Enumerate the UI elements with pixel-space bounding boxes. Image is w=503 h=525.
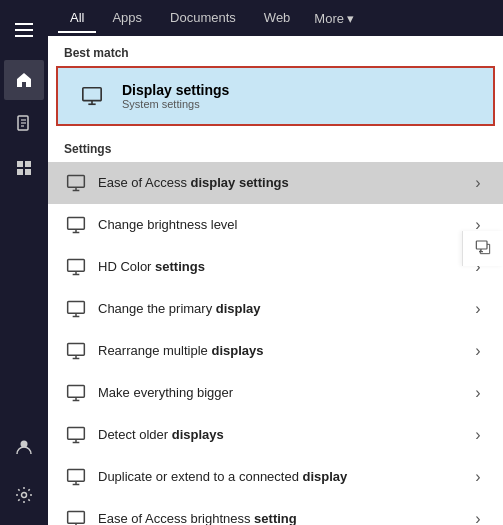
arrow-icon-3 <box>469 300 487 318</box>
svg-rect-5 <box>25 161 31 167</box>
svg-rect-28 <box>68 386 85 398</box>
settings-item-duplicate[interactable]: Duplicate or extend to a connected displ… <box>48 456 503 498</box>
svg-rect-16 <box>68 218 85 230</box>
sidebar-icon-settings[interactable] <box>4 475 44 515</box>
monitor-icon-7 <box>64 465 88 489</box>
settings-item-primary-display[interactable]: Change the primary display <box>48 288 503 330</box>
settings-item-text-7: Duplicate or extend to a connected displ… <box>98 469 469 486</box>
sidebar-icon-user[interactable] <box>4 427 44 467</box>
settings-item-text-3: Change the primary display <box>98 301 469 318</box>
arrow-icon-5 <box>469 384 487 402</box>
monitor-icon-1 <box>64 213 88 237</box>
tab-web[interactable]: Web <box>252 4 303 33</box>
settings-item-text-8: Ease of Access brightness setting <box>98 511 469 525</box>
settings-list: Ease of Access display settings Change b… <box>48 162 503 525</box>
svg-rect-37 <box>68 512 85 524</box>
svg-rect-40 <box>476 241 487 249</box>
best-match-text: Display settings System settings <box>122 82 477 110</box>
best-match-label: Best match <box>48 36 503 66</box>
best-match-subtitle: System settings <box>122 98 477 110</box>
settings-item-text-4: Rearrange multiple displays <box>98 343 469 360</box>
settings-item-ease-brightness[interactable]: Ease of Access brightness setting <box>48 498 503 525</box>
svg-rect-13 <box>68 176 85 188</box>
monitor-icon-2 <box>64 255 88 279</box>
settings-item-rearrange[interactable]: Rearrange multiple displays <box>48 330 503 372</box>
monitor-icon-3 <box>64 297 88 321</box>
search-results: Best match Display settings System setti… <box>48 36 503 525</box>
monitor-icon-4 <box>64 339 88 363</box>
settings-item-text-2: HD Color settings <box>98 259 469 276</box>
tab-documents[interactable]: Documents <box>158 4 248 33</box>
best-match-item[interactable]: Display settings System settings <box>56 66 495 126</box>
svg-point-9 <box>22 493 27 498</box>
svg-rect-4 <box>17 161 23 167</box>
tab-more[interactable]: More ▾ <box>306 5 362 32</box>
tab-apps[interactable]: Apps <box>100 4 154 33</box>
sidebar-icon-home[interactable] <box>4 60 44 100</box>
settings-item-brightness[interactable]: Change brightness level <box>48 204 503 246</box>
settings-item-ease-access-display[interactable]: Ease of Access display settings <box>48 162 503 204</box>
settings-item-text-6: Detect older displays <box>98 427 469 444</box>
settings-item-bigger[interactable]: Make everything bigger <box>48 372 503 414</box>
svg-rect-22 <box>68 302 85 314</box>
main-panel: All Apps Documents Web More ▾ Best match… <box>48 0 503 525</box>
monitor-icon-0 <box>64 171 88 195</box>
settings-item-hd-color[interactable]: HD Color settings <box>48 246 503 288</box>
svg-rect-10 <box>83 88 101 101</box>
arrow-icon-0 <box>469 174 487 192</box>
open-panel: Open <box>462 231 503 266</box>
settings-item-older-displays[interactable]: Detect older displays <box>48 414 503 456</box>
svg-rect-19 <box>68 260 85 272</box>
top-nav: All Apps Documents Web More ▾ <box>48 0 503 36</box>
monitor-icon-5 <box>64 381 88 405</box>
arrow-icon-7 <box>469 468 487 486</box>
tab-all[interactable]: All <box>58 4 96 33</box>
sidebar-icon-grid[interactable] <box>4 148 44 188</box>
monitor-icon-6 <box>64 423 88 447</box>
arrow-icon-8 <box>469 510 487 525</box>
arrow-icon-4 <box>469 342 487 360</box>
svg-rect-25 <box>68 344 85 356</box>
hamburger-button[interactable] <box>4 10 44 50</box>
svg-rect-34 <box>68 470 85 482</box>
sidebar-icon-docs[interactable] <box>4 104 44 144</box>
settings-item-text-5: Make everything bigger <box>98 385 469 402</box>
chevron-down-icon: ▾ <box>347 11 354 26</box>
display-settings-icon <box>74 78 110 114</box>
open-panel-icon <box>475 239 491 258</box>
settings-label: Settings <box>48 132 503 162</box>
svg-rect-7 <box>25 169 31 175</box>
monitor-icon-8 <box>64 507 88 525</box>
svg-rect-31 <box>68 428 85 440</box>
arrow-icon-6 <box>469 426 487 444</box>
svg-rect-6 <box>17 169 23 175</box>
settings-item-text-1: Change brightness level <box>98 217 469 234</box>
settings-item-text-0: Ease of Access display settings <box>98 175 469 192</box>
sidebar <box>0 0 48 525</box>
best-match-title: Display settings <box>122 82 477 98</box>
